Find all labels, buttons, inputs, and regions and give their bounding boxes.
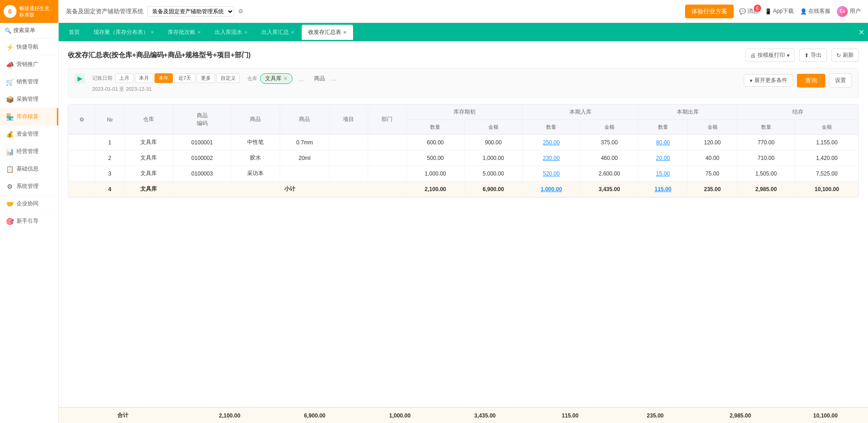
page-header: 收发存汇总表(按仓库+商品编码+商品+规格型号+项目+部门) 🖨 按模板打印 ▾… [68, 49, 859, 62]
date-btn-custom[interactable]: 自定义 [216, 73, 240, 83]
sidebar-item-inventory[interactable]: 🏪 库存核算 [0, 108, 58, 126]
date-label: 记账日期 [92, 75, 112, 82]
row1-warehouse: 文具库 [124, 135, 173, 150]
online-service-item[interactable]: 👤 在线客服 [800, 7, 830, 15]
product-more[interactable]: ... [328, 73, 339, 83]
logo-text: 畅捷通好生意 标准版 [19, 5, 50, 18]
th-product-name: 商品 [231, 104, 280, 135]
sidebar-item-sales[interactable]: 🛒 销售管理 [0, 73, 58, 91]
total-nums: 2,100.00 6,900.00 1,000.00 3,435.00 115.… [187, 412, 868, 419]
row3-settings [68, 166, 95, 181]
row2-balance-amt: 1,420.00 [795, 150, 858, 166]
search-menu[interactable]: 🔍 搜索菜单 [0, 23, 58, 38]
sidebar-nav: ⚡ 快捷导航 📣 营销推广 🛒 销售管理 📦 采购管理 🏪 库存核算 💰 [0, 38, 58, 423]
sidebar-item-operations[interactable]: 📊 经营管理 [0, 143, 58, 160]
row1-settings [68, 135, 95, 150]
total-label: 合计 [59, 412, 187, 419]
date-btn-group: 上月 本月 本年 近7天 更多 自定义 [115, 73, 240, 83]
row3-in-qty[interactable]: 520.00 [522, 166, 580, 181]
date-btn-7days[interactable]: 近7天 [174, 73, 195, 83]
page-content: 收发存汇总表(按仓库+商品编码+商品+规格型号+项目+部门) 🖨 按模板打印 ▾… [59, 41, 868, 423]
row2-in-amt: 460.00 [581, 150, 638, 166]
expand-conditions-btn[interactable]: ▾ 展开更多条件 [744, 74, 793, 87]
date-filter-row: 记账日期 上月 本月 本年 近7天 更多 自定义 [92, 73, 240, 83]
th-settings[interactable]: ⚙ [68, 104, 95, 135]
print-btn[interactable]: 🖨 按模板打印 ▾ [745, 49, 795, 62]
row1-out-amt: 120.00 [688, 135, 737, 150]
tab-recv-send-summary[interactable]: 收发存汇总表 ✕ [302, 25, 353, 40]
row2-in-qty[interactable]: 230.00 [522, 150, 580, 166]
cooperation-icon: 🤝 [6, 200, 14, 208]
row3-product-spec [280, 166, 329, 181]
service-icon: 👤 [800, 8, 807, 15]
tab-close-inout-summary[interactable]: ✕ [291, 30, 294, 35]
page-title: 收发存汇总表(按仓库+商品编码+商品+规格型号+项目+部门) [68, 51, 251, 60]
refresh-icon: ↻ [836, 52, 841, 59]
sidebar-item-cooperation[interactable]: 🤝 企业协同 [0, 195, 58, 213]
sidebar-item-basic[interactable]: 📋 基础信息 [0, 160, 58, 178]
tab-home[interactable]: 首页 [62, 25, 86, 40]
date-btn-this-year[interactable]: 本年 [155, 73, 173, 83]
date-btn-last-month[interactable]: 上月 [115, 73, 133, 83]
user-area[interactable]: Ea 用户 [837, 6, 861, 17]
th-balance-amt: 金额 [795, 120, 858, 135]
warehouse-tag[interactable]: 文具库 ✕ [260, 73, 293, 84]
row1-out-qty[interactable]: 80.00 [638, 135, 688, 150]
logo: 6 畅捷通好生意 标准版 [0, 0, 58, 23]
date-btn-more[interactable]: 更多 [197, 73, 215, 83]
warehouse-tag-close[interactable]: ✕ [283, 76, 287, 82]
data-table-wrapper: ⚙ № 仓库 商品编码 商品 商品 项目 部门 库存期初 本期入库 本期出库 [68, 104, 859, 198]
row1-in-qty[interactable]: 250.00 [522, 135, 580, 150]
row2-product-code: 0100002 [173, 150, 231, 166]
export-btn[interactable]: ⬆ 导出 [799, 49, 827, 62]
row2-out-qty[interactable]: 20.00 [638, 150, 688, 166]
sidebar-item-purchase[interactable]: 📦 采购管理 [0, 91, 58, 108]
th-opening-amt: 金额 [464, 120, 522, 135]
row2-balance-qty: 710.00 [737, 150, 795, 166]
expand-icon: ▾ [750, 77, 752, 84]
tab-inout-summary[interactable]: 出入库汇总 ✕ [255, 25, 301, 40]
tab-inout-flow[interactable]: 出入库流水 ✕ [208, 25, 254, 40]
table-row: 3 文具库 0100003 采访本 1,000.00 5,000.00 520.… [68, 166, 858, 181]
sidebar-item-finance[interactable]: 💰 资金管理 [0, 126, 58, 143]
inventory-icon: 🏪 [6, 113, 14, 121]
row1-product-spec: 0.7mm [280, 135, 329, 150]
settings-icon[interactable]: ⚙ [238, 8, 243, 15]
row3-out-qty[interactable]: 15.00 [638, 166, 688, 181]
row2-item [329, 150, 368, 166]
message-item[interactable]: 💬 消息 6 [739, 7, 758, 15]
warehouse-more[interactable]: ... [295, 74, 307, 84]
th-group-in: 本期入库 [522, 104, 638, 120]
total-balance-qty: 2,985.00 [698, 412, 783, 419]
avatar: Ea [837, 6, 848, 17]
refresh-btn[interactable]: ↻ 刷新 [831, 49, 859, 62]
subtotal-warehouse: 文具库 [124, 181, 173, 197]
logo-icon: 6 [4, 5, 17, 18]
date-btn-this-month[interactable]: 本月 [135, 73, 153, 83]
export-icon: ⬆ [804, 52, 809, 59]
tab-stock-dist[interactable]: 现存量（库存分布表） ✕ [87, 25, 160, 40]
sales-icon: 🛒 [6, 78, 14, 86]
tab-close-inout-flow[interactable]: ✕ [244, 30, 248, 35]
print-icon: 🖨 [750, 52, 756, 59]
subtotal-in-qty[interactable]: 1,000.00 [522, 181, 580, 197]
sidebar-item-marketing[interactable]: 📣 营销推广 [0, 56, 58, 73]
sidebar-item-system[interactable]: ⚙ 系统管理 [0, 178, 58, 195]
tab-close-stock-dist[interactable]: ✕ [150, 30, 154, 35]
sidebar-item-quick-nav[interactable]: ⚡ 快捷导航 [0, 38, 58, 56]
row1-product-name: 中性笔 [231, 135, 280, 150]
query-btn[interactable]: 查询 [797, 74, 825, 88]
app-download-item[interactable]: 📱 App下载 [765, 7, 794, 15]
th-out-amt: 金额 [688, 120, 737, 135]
settings-btn[interactable]: 设置 [829, 73, 852, 88]
experience-btn[interactable]: 体验行业方案 [685, 5, 734, 18]
tab-batch[interactable]: 库存批次账 ✕ [161, 25, 207, 40]
subtotal-out-qty[interactable]: 115.00 [638, 181, 688, 197]
filter-toggle-btn[interactable]: ▶ [75, 73, 85, 83]
system-selector[interactable]: 装备及固定资产辅助管理系统 [147, 6, 234, 16]
sidebar-item-guide[interactable]: 🎯 新手引导 [0, 213, 58, 230]
tab-bar-close[interactable]: ✕ [858, 28, 864, 37]
tab-close-recv-send[interactable]: ✕ [343, 30, 347, 35]
filter-actions: ▾ 展开更多条件 查询 设置 [744, 73, 852, 88]
tab-close-batch[interactable]: ✕ [197, 30, 201, 35]
